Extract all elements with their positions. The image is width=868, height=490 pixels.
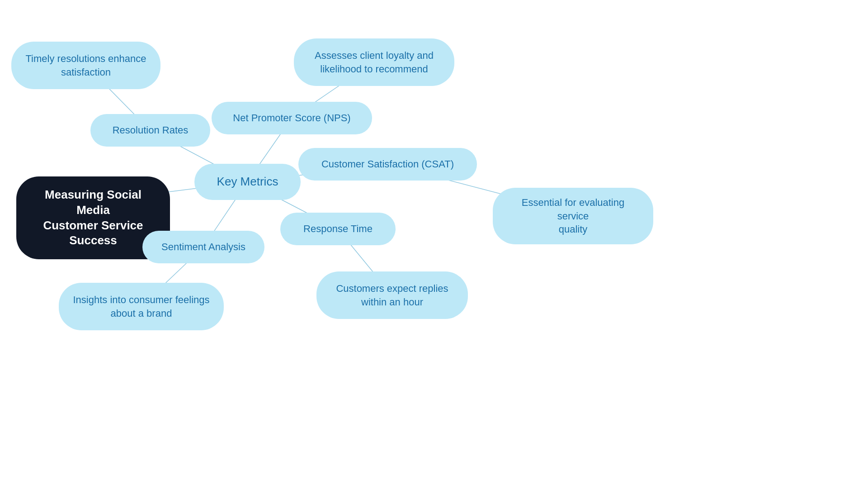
timely-resolutions-label: Timely resolutions enhance satisfaction — [26, 52, 146, 79]
response-time-label: Response Time — [303, 222, 373, 236]
assesses-loyalty-label: Assesses client loyalty and likelihood t… — [315, 49, 434, 76]
assesses-loyalty-node: Assesses client loyalty and likelihood t… — [294, 38, 454, 86]
timely-resolutions-node: Timely resolutions enhance satisfaction — [11, 42, 160, 89]
sentiment-analysis-label: Sentiment Analysis — [161, 240, 245, 254]
customers-expect-label: Customers expect replies within an hour — [336, 282, 448, 309]
essential-service-node: Essential for evaluating service quality — [493, 188, 653, 244]
insights-consumer-label: Insights into consumer feelings about a … — [73, 293, 209, 320]
sentiment-analysis-node: Sentiment Analysis — [142, 231, 264, 263]
insights-consumer-node: Insights into consumer feelings about a … — [59, 283, 224, 330]
resolution-rates-node: Resolution Rates — [90, 114, 210, 147]
key-metrics-label: Key Metrics — [217, 174, 278, 190]
key-metrics-node: Key Metrics — [194, 164, 301, 200]
essential-service-label: Essential for evaluating service quality — [505, 196, 641, 236]
csat-label: Customer Satisfaction (CSAT) — [321, 157, 454, 171]
root-label: Measuring Social Media Customer Service … — [31, 187, 156, 248]
customers-expect-node: Customers expect replies within an hour — [316, 271, 468, 319]
response-time-node: Response Time — [280, 213, 396, 245]
nps-label: Net Promoter Score (NPS) — [233, 111, 350, 125]
resolution-rates-label: Resolution Rates — [113, 124, 189, 137]
nps-node: Net Promoter Score (NPS) — [212, 102, 372, 134]
csat-node: Customer Satisfaction (CSAT) — [298, 148, 477, 181]
